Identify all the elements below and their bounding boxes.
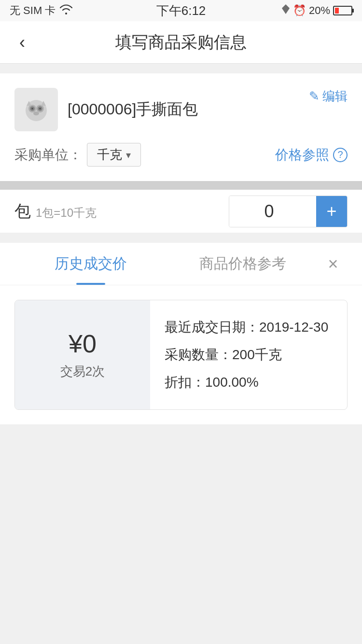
- status-left: 无 SIM 卡: [10, 3, 73, 18]
- history-trades: 交易2次: [60, 363, 105, 380]
- quantity-plus-button[interactable]: +: [316, 196, 347, 227]
- product-header: [0000006]手撕面包 ✎ 编辑: [14, 88, 348, 131]
- date-value: 2019-12-30: [259, 320, 328, 335]
- pkg-sub-label: 1包=10千克: [36, 205, 97, 221]
- price-ref-label: 价格参照: [275, 146, 329, 164]
- quantity-input-wrap: +: [229, 196, 348, 227]
- history-card: ¥0 交易2次 最近成交日期：2019-12-30 采购数量：200千克 折扣：…: [14, 300, 348, 410]
- question-icon: ?: [333, 148, 348, 162]
- battery-percent: 20%: [309, 4, 330, 17]
- status-time: 下午6:12: [156, 2, 206, 19]
- tab-panel: 历史成交价 商品价格参考 × ¥0 交易2次 最近成交日期：2019-12-30…: [0, 243, 362, 424]
- unit-left: 采购单位： 千克 ▾: [14, 143, 141, 167]
- quantity-label: 包 1包=10千克: [14, 200, 97, 223]
- section-divider: [0, 181, 362, 190]
- back-button[interactable]: ‹: [14, 28, 30, 57]
- history-list: ¥0 交易2次 最近成交日期：2019-12-30 采购数量：200千克 折扣：…: [0, 285, 362, 424]
- history-qty-row: 采购数量：200千克: [165, 345, 333, 364]
- battery-icon: [333, 6, 352, 15]
- wifi-icon: [59, 4, 73, 17]
- nav-bar: ‹ 填写商品采购信息: [0, 21, 362, 64]
- svg-point-5: [31, 108, 33, 110]
- tab-active-indicator: [76, 283, 105, 285]
- battery-fill: [335, 8, 339, 14]
- price-value: 0: [83, 330, 97, 358]
- svg-point-7: [33, 112, 39, 115]
- date-label: 最近成交日期：: [165, 320, 259, 335]
- history-price: ¥0: [69, 329, 97, 358]
- tab-price-reference[interactable]: 商品价格参考: [167, 243, 319, 285]
- tab-price-ref-label: 商品价格参考: [199, 254, 286, 274]
- svg-point-6: [39, 108, 41, 110]
- product-card: [0000006]手撕面包 ✎ 编辑 采购单位： 千克 ▾ 价格参照 ?: [0, 73, 362, 181]
- qty-label: 采购数量：: [165, 347, 232, 362]
- product-image: [14, 88, 58, 131]
- main-content-area: [0, 424, 362, 644]
- pkg-label: 包: [14, 200, 31, 223]
- history-date-row: 最近成交日期：2019-12-30: [165, 318, 333, 336]
- price-symbol: ¥: [69, 330, 83, 358]
- history-discount-row: 折扣：100.00%: [165, 373, 333, 392]
- product-unit-row: 采购单位： 千克 ▾ 价格参照 ?: [14, 143, 348, 167]
- price-reference-button[interactable]: 价格参照 ?: [275, 146, 348, 164]
- status-right: ⏰ 20%: [281, 4, 352, 17]
- product-thumbnail-icon: [22, 95, 51, 124]
- carrier-label: 无 SIM 卡: [10, 3, 56, 18]
- quantity-row: 包 1包=10千克 +: [0, 190, 362, 233]
- tab-history-label: 历史成交价: [55, 254, 127, 274]
- tab-history-price[interactable]: 历史成交价: [14, 243, 167, 285]
- unit-label: 采购单位：: [14, 146, 82, 164]
- tab-bar: 历史成交价 商品价格参考 ×: [0, 243, 362, 285]
- edit-button[interactable]: ✎ 编辑: [309, 88, 348, 105]
- location-icon: [281, 4, 290, 17]
- history-card-right: 最近成交日期：2019-12-30 采购数量：200千克 折扣：100.00%: [150, 300, 347, 409]
- product-left: [0000006]手撕面包: [14, 88, 198, 131]
- edit-icon: ✎: [309, 89, 320, 104]
- quantity-input[interactable]: [229, 196, 316, 227]
- qty-value: 200千克: [232, 347, 282, 362]
- discount-value: 100.00%: [205, 375, 259, 390]
- unit-select[interactable]: 千克 ▾: [87, 143, 141, 167]
- discount-label: 折扣：: [165, 375, 205, 390]
- edit-label: 编辑: [322, 88, 348, 105]
- tab-close-button[interactable]: ×: [319, 250, 348, 279]
- alarm-icon: ⏰: [293, 4, 306, 17]
- product-name: [0000006]手撕面包: [68, 99, 198, 120]
- page-title: 填写商品采购信息: [115, 31, 247, 54]
- status-bar: 无 SIM 卡 下午6:12 ⏰ 20%: [0, 0, 362, 21]
- history-card-left: ¥0 交易2次: [15, 300, 150, 409]
- dropdown-arrow-icon: ▾: [126, 149, 131, 161]
- unit-value: 千克: [97, 146, 122, 163]
